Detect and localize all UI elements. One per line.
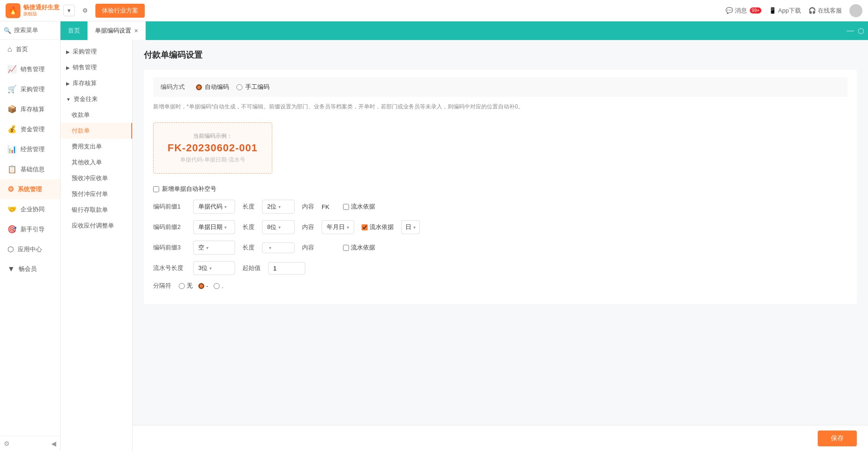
- sep-none-input[interactable]: [179, 283, 185, 289]
- nav-item-advance-recv[interactable]: 预收冲应收单: [61, 170, 132, 186]
- page-body: ▶ 采购管理 ▶ 销售管理 ▶ 库存核算 ▼ 资金往来 收款单: [61, 40, 868, 451]
- auto-encoding-input[interactable]: [196, 84, 202, 90]
- nav-item-bank-deposit[interactable]: 银行存取款单: [61, 202, 132, 218]
- preview-code: FK-20230602-001: [168, 142, 258, 154]
- sidebar-item-operation[interactable]: 📊 经营管理: [0, 139, 60, 159]
- sep-none-radio[interactable]: 无: [179, 282, 193, 290]
- sidebar-item-finance[interactable]: 💰 资金管理: [0, 119, 60, 139]
- prefix1-row: 编码前缀1 单据代码 ▾ 长度 2位 ▾ 内容 FK: [153, 200, 848, 214]
- user-avatar[interactable]: [849, 4, 862, 17]
- sidebar-item-system[interactable]: ⚙ 系统管理: [0, 179, 60, 199]
- prefix1-stream-checkbox[interactable]: 流水依据: [343, 202, 375, 211]
- manual-encoding-input[interactable]: [236, 84, 242, 90]
- nav-group-inventory[interactable]: ▶ 库存核算: [61, 75, 132, 91]
- sidebar-settings-btn[interactable]: ⚙: [4, 440, 10, 447]
- nav-dropdown[interactable]: ▾: [63, 5, 75, 16]
- sidebar-item-apps[interactable]: ⬡ 应用中心: [0, 239, 60, 259]
- nav-item-payment[interactable]: 付款单: [61, 123, 132, 139]
- chevron-down-icon-4: ▾: [278, 225, 281, 230]
- prefix2-stream-checkbox[interactable]: 流水依据: [362, 223, 394, 231]
- sep-dot-radio[interactable]: .: [214, 283, 223, 289]
- settings-icon[interactable]: ⚙: [79, 4, 92, 17]
- prefix2-content-select[interactable]: 年月日 ▾: [322, 220, 354, 234]
- arrow-right-icon: ▶: [66, 49, 70, 54]
- preview-box: 当前编码示例： FK-20230602-001 单据代码-单据日期-流水号: [153, 122, 272, 174]
- sidebar-bottom: ⚙ ◀: [0, 436, 60, 451]
- serial-start-input[interactable]: [268, 262, 305, 275]
- encoding-radio-group: 自动编码 手工编码: [196, 83, 269, 91]
- sep-dash-radio[interactable]: -: [198, 283, 208, 289]
- nav-item-advance-pay[interactable]: 预付冲应付单: [61, 186, 132, 202]
- prefix3-row: 编码前缀3 空 ▾ 长度 ▾ 内容: [153, 241, 848, 255]
- prefix1-content-value: FK: [322, 203, 336, 210]
- apps-icon: ⬡: [7, 245, 14, 254]
- sidebar-item-purchase[interactable]: 🛒 采购管理: [0, 79, 60, 99]
- serial-no-row: 流水号长度 3位 ▾ 起始值: [153, 261, 848, 275]
- nav-group-purchase[interactable]: ▶ 采购管理: [61, 44, 132, 60]
- tab-close-icon[interactable]: ✕: [134, 28, 138, 34]
- sidebar-item-sales[interactable]: 📈 销售管理: [0, 59, 60, 79]
- message-button[interactable]: 💬 消息 99+: [726, 7, 761, 15]
- prefix1-label: 编码前缀1: [153, 202, 186, 211]
- prefix1-stream-input[interactable]: [343, 204, 349, 210]
- chevron-down-icon-3: ▾: [224, 225, 227, 230]
- prefix3-label: 编码前缀3: [153, 243, 186, 252]
- nav-item-adj[interactable]: 应收应付调整单: [61, 218, 132, 234]
- nav-item-other-income[interactable]: 其他收入单: [61, 155, 132, 170]
- save-button[interactable]: 保存: [818, 431, 857, 446]
- prefix3-select[interactable]: 空 ▾: [193, 241, 235, 255]
- auto-fill-input[interactable]: [153, 186, 159, 192]
- app-layout: 🔍 搜索菜单 ⌂ 首页 📈 销售管理 🛒 采购管理 📦 库存核算 💰 资金管理 …: [0, 21, 868, 451]
- app-download-button[interactable]: 📱 App下载: [769, 7, 801, 15]
- sidebar-item-home[interactable]: ⌂ 首页: [0, 40, 60, 59]
- sep-dash-input[interactable]: [198, 283, 204, 289]
- sidebar-item-member[interactable]: ▼ 畅会员: [0, 259, 60, 279]
- tab-maximize-icon[interactable]: ⬡: [858, 27, 864, 35]
- prefix2-select[interactable]: 单据日期 ▾: [193, 220, 235, 234]
- sidebar-collapse-btn[interactable]: ◀: [51, 440, 56, 447]
- sidebar-item-inventory[interactable]: 📦 库存核算: [0, 99, 60, 119]
- prefix1-length-select[interactable]: 2位 ▾: [262, 200, 295, 214]
- prefix2-day-select[interactable]: 日 ▾: [401, 220, 420, 234]
- tab-home[interactable]: 首页: [61, 21, 87, 40]
- prefix2-stream-input[interactable]: [362, 224, 368, 230]
- encoding-method-card: 编码方式 自动编码 手工编码: [144, 70, 857, 304]
- prefix3-length-select[interactable]: ▾: [262, 242, 295, 253]
- chevron-down-icon-8: ▾: [269, 245, 271, 250]
- separator-options: 无 - .: [179, 282, 223, 290]
- sidebar-search[interactable]: 🔍 搜索菜单: [0, 21, 60, 40]
- operation-icon: 📊: [7, 145, 17, 154]
- auto-fill-checkbox[interactable]: 新增单据自动补空号: [153, 185, 848, 193]
- sidebar-item-basic[interactable]: 📋 基础信息: [0, 159, 60, 179]
- sidebar-item-collab[interactable]: 🤝 企业协同: [0, 199, 60, 219]
- prefix1-select[interactable]: 单据代码 ▾: [193, 200, 235, 214]
- nav-dropdown-arrow: ▾: [67, 7, 71, 14]
- separator-row: 分隔符 无 -: [153, 282, 848, 290]
- prefix3-stream-input[interactable]: [343, 245, 349, 251]
- manual-encoding-radio[interactable]: 手工编码: [236, 83, 269, 91]
- guide-icon: 🎯: [7, 225, 17, 234]
- auto-encoding-radio[interactable]: 自动编码: [196, 83, 229, 91]
- nav-item-receipts[interactable]: 收款单: [61, 107, 132, 123]
- member-icon: ▼: [7, 265, 15, 273]
- basic-icon: 📋: [7, 165, 17, 174]
- prefix2-length-select[interactable]: 8位 ▾: [262, 220, 295, 234]
- trial-button[interactable]: 体验行业方案: [95, 4, 145, 18]
- prefix3-stream-checkbox[interactable]: 流水依据: [343, 243, 375, 252]
- sep-dot-input[interactable]: [214, 283, 220, 289]
- nav-item-expense[interactable]: 费用支出单: [61, 139, 132, 155]
- sidebar-item-guide[interactable]: 🎯 新手引导: [0, 219, 60, 239]
- nav-group-sales[interactable]: ▶ 销售管理: [61, 60, 132, 75]
- prefix3-content-label: 内容: [302, 243, 314, 252]
- separator-label: 分隔符: [153, 282, 171, 290]
- tab-minimize-icon[interactable]: —: [847, 27, 854, 35]
- inventory-icon: 📦: [7, 105, 17, 114]
- page-title: 付款单编码设置: [144, 49, 857, 61]
- search-icon: 🔍: [4, 27, 11, 34]
- serial-length-select[interactable]: 3位 ▾: [193, 261, 235, 275]
- online-service-button[interactable]: 🎧 在线客服: [808, 7, 842, 15]
- headset-icon: 🎧: [808, 7, 816, 14]
- arrow-down-icon: ▼: [66, 97, 71, 102]
- tab-encoding[interactable]: 单据编码设置 ✕: [87, 21, 146, 40]
- nav-group-finance[interactable]: ▼ 资金往来: [61, 91, 132, 107]
